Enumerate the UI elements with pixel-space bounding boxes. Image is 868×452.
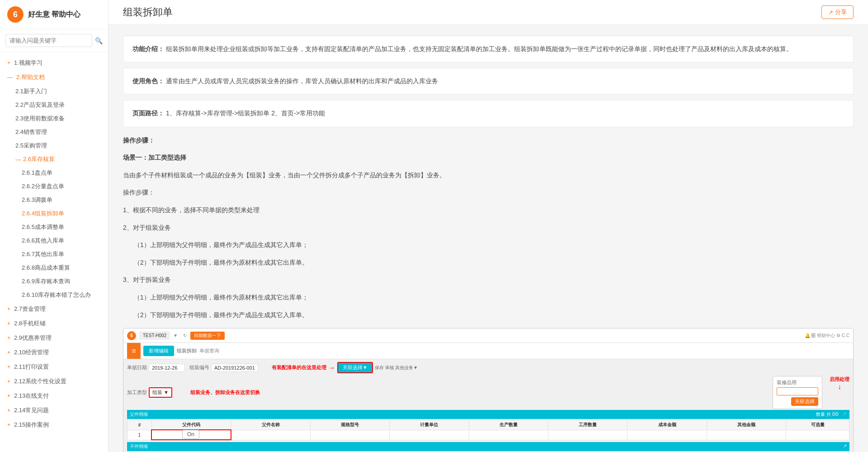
sidebar-item-docs-211[interactable]: + 2.11打印设置 [0,360,108,374]
sidebar-item-docs-263[interactable]: 2.6.3调拨单 [0,193,108,207]
td-5 [390,430,469,440]
plus-icon-213: + [7,393,10,399]
ss-dialog-box: 装修品用 关联选择 [773,376,822,409]
sidebar-item-docs-28[interactable]: + 2.8手机旺铺 [0,316,108,331]
ss-annotation2-group: 组装业务、拆卸业务在这里切换 [190,389,260,396]
ss-arrow3: ↓ [838,383,841,391]
ss-dialog-area: 装修品用 关联选择 启用处理 ↓ [773,376,849,409]
app-title: 好生意 帮助中心 [28,10,80,19]
ss-table2-count: ↗ [843,443,847,450]
ss-icons-right: 🔔 ☰ 帮助中心 ⚙ C.C [805,333,849,339]
screenshot-inner: 6 TEST-H002 ▼ ↻ 同期数据一下 🔔 ☰ 帮助中心 ⚙ C.C ≡ … [123,328,853,452]
td-3 [231,430,310,440]
ss-tab1: 组装拆卸 [177,347,197,354]
ss-annotation1-text: 有装配清单的在这里处理 [272,364,326,371]
ss-table1-header-row: # 父件代码 父件名称 规格型号 计量单位 生产数量 工序数量 成本金额 其他金… [127,420,849,430]
ss-th-num: # [127,420,152,430]
main-header: 组装拆卸单 ↗ 分享 [108,0,868,25]
td-1: 1 [127,430,152,440]
sidebar-item-video[interactable]: + 1.视频学习 [0,56,108,70]
ss-th-avail: 可选量 [786,420,849,430]
ss-annotation3-text: 启用处理 [830,376,849,383]
sidebar-item-docs-267[interactable]: 2.6.7其他出库单 [0,247,108,261]
ss-th-unit: 计量单位 [390,420,469,430]
ss-date-field: 单据日期 2019-12-26 [127,364,185,372]
step1: 1、根据不同的业务，选择不同单据的类型来处理 [123,204,854,216]
sidebar-item-docs-27[interactable]: + 2.7资金管理 [0,302,108,316]
td-9 [707,430,786,440]
sidebar-item-docs-213[interactable]: + 2.13在线支付 [0,389,108,403]
ss-table1-tbody: 1 关木 [127,430,849,440]
sidebar-item-docs-265[interactable]: 2.6.5成本调整单 [0,220,108,234]
ss-refresh-icon: ↻ [183,333,187,338]
share-label: 分享 [835,8,847,16]
sidebar-item-docs-262[interactable]: 2.6.2分量盘点单 [0,180,108,193]
role-intro-text: 通常由生产人员或库管人员完成拆装业务的操作，库管人员确认原材料的出库和产成品的入… [166,77,438,85]
ss-form-row2: 加工类型 组装 ▼ 组装业务、拆卸业务在这里切换 装修品用 [127,376,849,409]
ss-order-val: AD-20191226-001 [211,364,258,372]
sidebar-item-docs-22[interactable]: 2.2产品安装及登录 [0,98,108,112]
step3-2: （2）下部明细为子件明细，最终作为产成品生成其它入库单。 [134,309,854,321]
step2-1: （1）上部明细为父件明细，最终作为产成品生成其它入库单； [134,239,854,251]
ss-nav: ≡ 新增编辑 组装拆卸 单据查询 [123,343,853,359]
sidebar-item-docs-21[interactable]: 2.1新手入门 [0,85,108,98]
plus-icon-29: + [7,335,10,341]
ss-tab2: 单据查询 [199,347,219,354]
sidebar-item-video-label: 1.视频学习 [14,59,42,67]
sidebar-item-docs-269[interactable]: 2.6.9库存账本查询 [0,275,108,288]
ss-annotation3-group: 启用处理 ↓ [830,376,849,391]
ss-date-val: 2019-12-26 [149,364,185,372]
plus-icon-210: + [7,349,10,356]
sidebar-item-docs-24[interactable]: 2.4销售管理 [0,125,108,139]
search-box[interactable]: 🔍 [0,29,108,52]
sidebar-item-docs-26[interactable]: — 2.6库存核算 [0,152,108,166]
ss-type-field: 加工类型 组装 ▼ [127,387,172,398]
sidebar-item-docs-2610[interactable]: 2.6.10库存账本错了怎么办 [0,288,108,302]
sidebar-header: 6 好生意 帮助中心 [0,0,108,29]
function-intro-label: 功能介绍： [132,45,164,52]
search-input[interactable] [5,34,92,47]
sidebar-item-docs[interactable]: — 2.帮助文档 [0,70,108,85]
ss-th-proc: 工序数量 [548,420,627,430]
sidebar-item-docs-29[interactable]: + 2.9优惠券管理 [0,331,108,345]
sidebar-item-docs-266[interactable]: 2.6.6其他入库单 [0,234,108,247]
ss-order-field: 组装编号 AD-20191226-001 [189,364,258,372]
content-body: 功能介绍： 组装拆卸单用来处理企业组装或拆卸等加工业务，支持有固定装配清单的产品… [108,25,868,452]
plus-icon-211: + [7,364,10,370]
td-10 [786,430,849,440]
search-icon[interactable]: 🔍 [95,37,103,44]
scene1-desc: 当由多个子件材料组装成一个成品的业务为【组装】业务，当由一个父件拆分成多个子产品… [123,169,854,181]
sidebar-item-docs-214[interactable]: + 2.14常见问题 [0,403,108,418]
sidebar-item-docs-212[interactable]: + 2.12系统个性化设置 [0,374,108,389]
share-button[interactable]: ↗ 分享 [821,5,854,19]
sidebar-item-docs-261[interactable]: 2.6.1盘点单 [0,166,108,180]
sidebar-item-docs-264[interactable]: 2.6.4组装拆卸单 [0,207,108,220]
sidebar-item-docs-23[interactable]: 2.3使用前数据准备 [0,112,108,125]
ss-table2-header: 子件明细 ↗ [127,442,849,451]
ss-th-code: 父件代码 [151,420,231,430]
ss-dialog-label: 装修品用 [777,379,818,386]
td-6 [469,430,548,440]
table-row: 1 关木 [127,430,849,440]
ss-table1-header: 父件明细 数量 共 0/0 ↗ [127,410,849,419]
ss-tab-active: 新增编辑 [143,346,174,356]
screenshot-container: 6 TEST-H002 ▼ ↻ 同期数据一下 🔔 ☰ 帮助中心 ⚙ C.C ≡ … [123,328,854,452]
role-intro-label: 使用角色： [132,77,164,85]
ss-nav-logo: ≡ [127,343,141,359]
sidebar-item-docs-268[interactable]: 2.6.8商品成本重算 [0,261,108,275]
plus-icon-212: + [7,378,10,385]
nav-tree: + 1.视频学习 — 2.帮助文档 2.1新手入门 2.2产品安装及登录 2.3… [0,52,108,452]
ss-th-qty: 生产数量 [469,420,548,430]
sidebar-item-docs-25[interactable]: 2.5采购管理 [0,139,108,152]
ss-company: TEST-H002 [140,332,170,339]
page-title: 组装拆卸单 [123,5,173,19]
ss-annotation2-text: 组装业务、拆卸业务在这里切换 [190,389,260,396]
sidebar-item-docs-210[interactable]: + 2.10经营管理 [0,345,108,360]
minus-icon: — [7,74,13,81]
sidebar-item-docs-label: 2.帮助文档 [16,73,45,81]
td-7 [548,430,627,440]
ss-topbar: 6 TEST-H002 ▼ ↻ 同期数据一下 🔔 ☰ 帮助中心 ⚙ C.C [123,328,853,343]
sidebar-item-docs-215[interactable]: + 2.15操作案例 [0,418,108,432]
ss-table1-thead: # 父件代码 父件名称 规格型号 计量单位 生产数量 工序数量 成本金额 其他金… [127,420,849,430]
on-label: On [182,430,199,439]
